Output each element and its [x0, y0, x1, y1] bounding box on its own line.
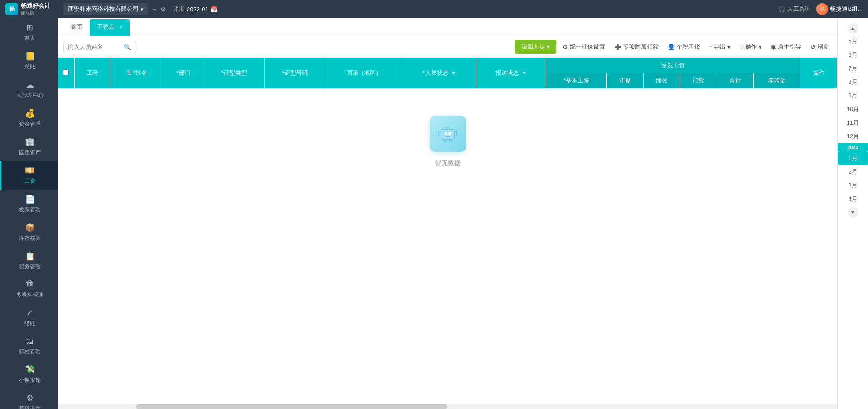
headset-icon: 🎧	[778, 6, 786, 13]
sidebar-item-tax[interactable]: 📋 税务管理	[0, 247, 58, 275]
archive-icon: 🗂	[26, 336, 34, 346]
svg-rect-1	[445, 132, 447, 135]
personal-tax-icon: 👤	[668, 44, 675, 50]
guide-button[interactable]: ◉ 新手引导	[768, 43, 804, 51]
logo-text-block: 畅通好会计 旗舰版	[21, 2, 50, 16]
month-5[interactable]: 5月	[838, 34, 868, 48]
sidebar-item-assets[interactable]: 🏢 固定资产	[0, 132, 58, 161]
user-area[interactable]: 畅 畅捷通B组...	[816, 3, 863, 15]
th-person-status: *人员状态 ▼	[402, 58, 476, 88]
user-name: 畅捷通B组...	[830, 5, 863, 13]
operations-icon: ≡	[740, 44, 743, 50]
empty-robot-icon	[430, 116, 466, 152]
user-avatar: 畅	[816, 3, 828, 15]
tax-icon: 📋	[25, 251, 35, 261]
sidebar-item-home[interactable]: ⊞ 首页	[0, 18, 58, 47]
th-performance: 绩效	[644, 73, 680, 88]
support-button[interactable]: 🎧 人工咨询	[778, 5, 811, 13]
support-label: 人工咨询	[787, 5, 811, 13]
month-2-2023[interactable]: 2月	[838, 165, 868, 179]
svg-rect-6	[455, 131, 457, 136]
operations-button[interactable]: ≡ 操作 ▾	[737, 43, 765, 51]
sidebar-item-report[interactable]: ☁ 云报表中心	[0, 75, 58, 104]
search-input[interactable]	[68, 44, 122, 50]
settings-icon[interactable]: ⚙	[160, 6, 166, 13]
search-icon[interactable]: 🔍	[124, 44, 131, 50]
svg-rect-2	[448, 132, 451, 135]
tab-salary-table[interactable]: 工资表 ×	[90, 19, 130, 36]
export-button[interactable]: ↑ 导出 ▾	[707, 43, 734, 51]
month-1-2023[interactable]: 1月	[838, 151, 868, 165]
th-cert-no: *证型号码	[264, 58, 325, 88]
select-all-checkbox[interactable]	[63, 69, 69, 75]
header-right: 🎧 人工咨询 畅 畅捷通B组...	[778, 3, 863, 15]
month-4-2023[interactable]: 4月	[838, 192, 868, 206]
tab-close-salary[interactable]: ×	[119, 24, 123, 30]
special-deduct-button[interactable]: ➕ 专项附加扣除	[611, 43, 661, 51]
th-dept: *部门	[163, 58, 204, 88]
sidebar-item-settle[interactable]: ✓ 结账	[0, 303, 58, 332]
special-deduct-icon: ➕	[614, 44, 621, 50]
assets-icon: 🏢	[25, 137, 35, 147]
horizontal-scrollbar[interactable]	[58, 404, 837, 409]
refresh-icon: ↺	[810, 44, 815, 50]
content-area: 首页 工资表 × 🔍 添加人员 ▾ ⚙ 统一社保设置 ➕	[58, 18, 837, 409]
home-icon: ⊞	[26, 23, 33, 33]
panel-nav-down[interactable]: ▼	[848, 207, 858, 218]
month-8[interactable]: 8月	[838, 75, 868, 89]
app-name: 畅通好会计	[21, 2, 50, 10]
calendar-icon[interactable]: 📅	[210, 6, 218, 13]
main-layout: ⊞ 首页 📒 总账 ☁ 云报表中心 💰 资金管理 🏢 固定资产 💴 工资 📄 发…	[0, 18, 868, 409]
year-2023-badge: 2023	[838, 143, 868, 151]
tab-home[interactable]: 首页	[63, 19, 90, 36]
sidebar-item-salary[interactable]: 💴 工资	[0, 161, 58, 190]
sidebar-item-settings[interactable]: ⚙ 基础设置	[0, 389, 58, 409]
sidebar-item-expense[interactable]: 💸 小畅报销	[0, 360, 58, 389]
month-12[interactable]: 12月	[838, 130, 868, 143]
sidebar-item-multi[interactable]: 🏛 多机构管理	[0, 275, 58, 303]
svg-rect-5	[439, 131, 441, 136]
sidebar-item-invoice[interactable]: 📄 发票管理	[0, 190, 58, 218]
th-total: 合计	[717, 73, 753, 88]
svg-rect-0	[441, 129, 455, 139]
sidebar-item-inventory[interactable]: 📦 库存核算	[0, 218, 58, 247]
month-10[interactable]: 10月	[838, 102, 868, 116]
sidebar-item-funds[interactable]: 💰 资金管理	[0, 104, 58, 132]
report-status-filter-icon[interactable]: ▼	[522, 70, 527, 76]
add-company-button[interactable]: ＋	[152, 5, 158, 13]
month-7[interactable]: 7月	[838, 62, 868, 75]
th-employee-id: 工号	[74, 58, 111, 88]
export-dropdown-icon: ▾	[727, 44, 731, 50]
sidebar-item-archive[interactable]: 🗂 归档管理	[0, 332, 58, 360]
refresh-button[interactable]: ↺ 刷新	[808, 43, 832, 51]
tab-bar: 首页 工资表 ×	[58, 18, 837, 36]
month-6[interactable]: 6月	[838, 48, 868, 62]
table-header-row1: 工号 ⇅ *姓名 *部门 *证型类型 *证型号码 国籍（地区） *人员状态 ▼ …	[58, 58, 837, 73]
month-9[interactable]: 9月	[838, 89, 868, 102]
company-selector[interactable]: 西安虾米网络科技有限公司 ▾	[63, 3, 148, 15]
th-pension: 养老金	[753, 73, 800, 88]
search-container: 🔍	[63, 41, 136, 53]
th-cert-type: *证型类型	[204, 58, 264, 88]
th-report-status: 报送状态 ▼	[476, 58, 546, 88]
sidebar: ⊞ 首页 📒 总账 ☁ 云报表中心 💰 资金管理 🏢 固定资产 💴 工资 📄 发…	[0, 18, 58, 409]
month-3-2023[interactable]: 3月	[838, 179, 868, 192]
funds-icon: 💰	[25, 108, 35, 118]
month-11[interactable]: 11月	[838, 116, 868, 130]
select-all-checkbox-header[interactable]	[58, 58, 74, 88]
settings-sidebar-icon: ⚙	[26, 393, 34, 403]
sidebar-item-ledger[interactable]: 📒 总账	[0, 47, 58, 75]
social-settings-button[interactable]: ⚙ 统一社保设置	[560, 43, 608, 51]
personal-tax-button[interactable]: 👤 个税申报	[665, 43, 703, 51]
toolbar: 🔍 添加人员 ▾ ⚙ 统一社保设置 ➕ 专项附加扣除 👤 个税申报 ↑	[58, 36, 837, 58]
th-nationality: 国籍（地区）	[325, 58, 402, 88]
empty-state: 暂无数据	[58, 88, 837, 195]
add-person-button[interactable]: 添加人员 ▾	[515, 40, 556, 54]
th-name: ⇅ *姓名	[111, 58, 163, 88]
th-deduction: 扣款	[680, 73, 717, 88]
person-status-filter-icon[interactable]: ▼	[451, 70, 456, 76]
panel-nav-up[interactable]: ▲	[848, 23, 858, 34]
scrollbar-thumb[interactable]	[136, 404, 448, 409]
th-operations: 操作	[800, 58, 837, 88]
guide-toolbar-icon: ◉	[771, 44, 776, 50]
